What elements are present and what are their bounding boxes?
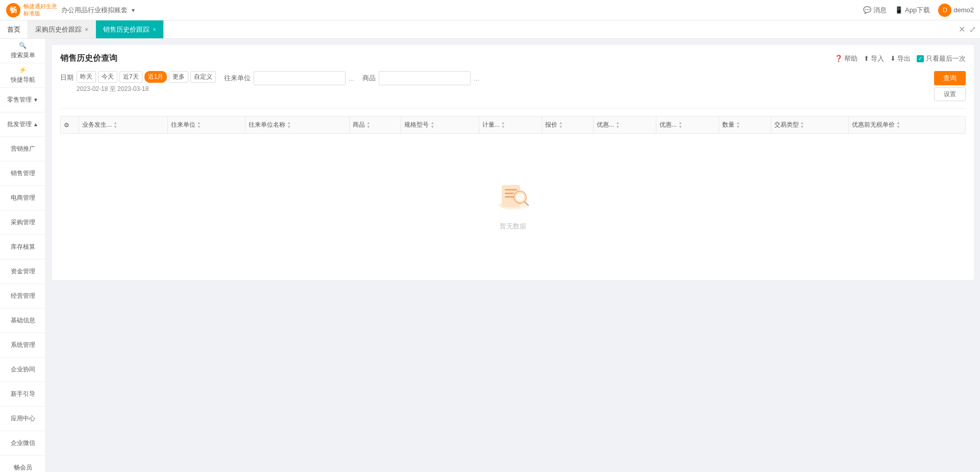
svg-rect-2 — [505, 189, 517, 191]
sidebar-item-finance[interactable]: 资金管理 — [0, 259, 45, 284]
logo-text: 畅捷通好生意 标准版 — [23, 3, 57, 16]
app-title: 办公用品行业模拟账套 — [61, 6, 128, 15]
top-bar-right: 💬 消息 📱 App下载 D demo2 — [863, 4, 974, 17]
sidebar-item-sales-mgmt[interactable]: 销售管理 — [0, 161, 45, 186]
sidebar-item-operations[interactable]: 经营管理 — [0, 284, 45, 309]
help-action[interactable]: ❓ 帮助 — [835, 54, 857, 63]
th-settings[interactable]: ⚙ — [61, 116, 79, 134]
th-partner-code[interactable]: 往来单位▲▼ — [167, 116, 246, 134]
only-last-checkbox[interactable]: ✓ 只看最后一次 — [917, 54, 966, 63]
sidebar-item-system[interactable]: 系统管理 — [0, 333, 45, 358]
tab-close-action[interactable]: ✕ — [959, 25, 965, 34]
svg-point-7 — [516, 193, 524, 201]
sidebar-item-member[interactable]: 畅会员 — [0, 456, 45, 472]
goods-filter-group: 商品 ... — [362, 71, 479, 85]
goods-label: 商品 — [362, 74, 376, 83]
date-options: 昨天 今天 近7天 近1月 更多 自定义 2023-02-18 至 2023-0… — [77, 71, 216, 93]
page-content: 销售历史价查询 ❓ 帮助 ⬆ 导入 ⬇ 导出 — [46, 39, 980, 472]
wholesale-arrow: ▲ — [33, 121, 38, 128]
filter-actions: 查询 设置 — [934, 71, 966, 101]
date-label: 日期 — [60, 71, 74, 82]
tab-purchase-history[interactable]: 采购历史价跟踪 × — [28, 20, 96, 38]
sidebar-item-inventory[interactable]: 库存核算 — [0, 235, 45, 259]
avatar: D — [938, 4, 951, 17]
tab-sales-close[interactable]: × — [153, 26, 156, 33]
top-bar: 畅 畅捷通好生意 标准版 办公用品行业模拟账套 ▾ 💬 消息 📱 App下载 D… — [0, 0, 980, 20]
main-layout: 🔍 搜索菜单 ⚡ 快捷导航 零售管理 ▼ 批发管理 ▲ 营销推广 销售管理 电商… — [0, 39, 980, 472]
message-button[interactable]: 💬 消息 — [863, 6, 887, 15]
sidebar-item-ecommerce[interactable]: 电商管理 — [0, 186, 45, 210]
phone-icon: 📱 — [895, 6, 903, 14]
shortcut-icon: ⚡ — [19, 66, 27, 75]
export-icon: ⬇ — [890, 55, 896, 62]
search-icon: 🔍 — [19, 42, 27, 50]
sidebar-item-marketing[interactable]: 营销推广 — [0, 137, 45, 161]
settings-button[interactable]: 设置 — [934, 87, 966, 101]
sidebar-item-basic[interactable]: 基础信息 — [0, 309, 45, 333]
th-partner-name[interactable]: 往来单位名称▲▼ — [246, 116, 349, 134]
help-icon: ❓ — [835, 55, 843, 62]
app-download-button[interactable]: 📱 App下载 — [895, 6, 930, 15]
empty-state: 暂无数据 — [60, 134, 966, 272]
tab-bar-actions: ✕ ⤢ — [954, 20, 980, 38]
tab-sales-label: 销售历史价跟踪 — [103, 25, 150, 34]
tab-bar: 首页 采购历史价跟踪 × 销售历史价跟踪 × ✕ ⤢ — [0, 20, 980, 39]
import-action[interactable]: ⬆ 导入 — [864, 54, 884, 63]
th-quoted[interactable]: 报价▲▼ — [542, 116, 594, 134]
export-action[interactable]: ⬇ 导出 — [890, 54, 911, 63]
date-range: 2023-02-18 至 2023-03-18 — [77, 85, 216, 93]
sidebar-item-search[interactable]: 🔍 搜索菜单 — [0, 39, 45, 63]
app-title-dropdown[interactable]: ▾ — [132, 7, 135, 14]
data-table: ⚙ 业务发生...▲▼ 往来单位▲▼ 往来单位名称▲▼ — [60, 116, 966, 134]
empty-icon — [493, 175, 533, 216]
date-btn-today[interactable]: 今天 — [98, 71, 117, 83]
query-button[interactable]: 查询 — [934, 71, 966, 85]
th-trade-type[interactable]: 交易类型▲▼ — [771, 116, 849, 134]
page-title-actions: ❓ 帮助 ⬆ 导入 ⬇ 导出 ✓ 只看最后一次 — [835, 54, 966, 63]
date-btn-more[interactable]: 更多 — [169, 71, 188, 83]
page-title-bar: 销售历史价查询 ❓ 帮助 ⬆ 导入 ⬇ 导出 — [60, 53, 966, 64]
th-pre-tax[interactable]: 优惠前无税单价▲▼ — [849, 116, 966, 134]
sidebar-item-wholesale[interactable]: 批发管理 ▲ — [0, 112, 45, 137]
date-btn-1month[interactable]: 近1月 — [144, 71, 167, 83]
user-menu[interactable]: D demo2 — [938, 4, 974, 17]
content-area: 销售历史价查询 ❓ 帮助 ⬆ 导入 ⬇ 导出 — [46, 39, 980, 472]
sidebar-item-appstore[interactable]: 应用中心 — [0, 407, 45, 431]
logo-area: 畅 畅捷通好生意 标准版 — [6, 3, 57, 17]
th-discount-rate[interactable]: 优惠...▲▼ — [594, 116, 656, 134]
partner-input[interactable] — [254, 71, 346, 85]
sidebar-item-retail[interactable]: 零售管理 ▼ — [0, 88, 45, 112]
empty-text: 暂无数据 — [500, 222, 526, 231]
partner-dots: ... — [349, 75, 354, 82]
th-spec[interactable]: 规格型号▲▼ — [401, 116, 479, 134]
page-title: 销售历史价查询 — [60, 53, 117, 64]
page-card: 销售历史价查询 ❓ 帮助 ⬆ 导入 ⬇ 导出 — [52, 45, 974, 280]
tab-maximize-action[interactable]: ⤢ — [969, 25, 976, 34]
sidebar-item-enterprise[interactable]: 企业协同 — [0, 358, 45, 382]
import-icon: ⬆ — [864, 55, 869, 62]
th-unit[interactable]: 计量...▲▼ — [479, 116, 542, 134]
th-qty[interactable]: 数量▲▼ — [719, 116, 771, 134]
sidebar: 🔍 搜索菜单 ⚡ 快捷导航 零售管理 ▼ 批发管理 ▲ 营销推广 销售管理 电商… — [0, 39, 46, 472]
sidebar-item-purchase[interactable]: 采购管理 — [0, 210, 45, 235]
tab-purchase-close[interactable]: × — [85, 26, 88, 33]
date-btn-custom[interactable]: 自定义 — [190, 71, 216, 83]
date-btn-yesterday[interactable]: 昨天 — [77, 71, 96, 83]
date-buttons: 昨天 今天 近7天 近1月 更多 自定义 — [77, 71, 216, 83]
tab-home-label: 首页 — [7, 25, 20, 34]
tab-purchase-label: 采购历史价跟踪 — [35, 25, 82, 34]
sidebar-item-shortcut[interactable]: ⚡ 快捷导航 — [0, 63, 45, 88]
partner-label: 往来单位 — [224, 74, 251, 83]
th-biz-date[interactable]: 业务发生...▲▼ — [79, 116, 168, 134]
th-goods[interactable]: 商品▲▼ — [349, 116, 401, 134]
date-btn-7days[interactable]: 近7天 — [119, 71, 142, 83]
sidebar-item-wechat[interactable]: 企业微信 — [0, 431, 45, 456]
partner-filter-group: 往来单位 ... — [224, 71, 354, 85]
tab-home[interactable]: 首页 — [0, 20, 28, 38]
tab-sales-history[interactable]: 销售历史价跟踪 × — [96, 20, 164, 38]
goods-input[interactable] — [379, 71, 471, 85]
sidebar-item-newbie[interactable]: 新手引导 — [0, 382, 45, 407]
svg-rect-3 — [505, 193, 514, 194]
th-discount-amt[interactable]: 优惠...▲▼ — [656, 116, 719, 134]
logo-icon: 畅 — [6, 3, 20, 17]
